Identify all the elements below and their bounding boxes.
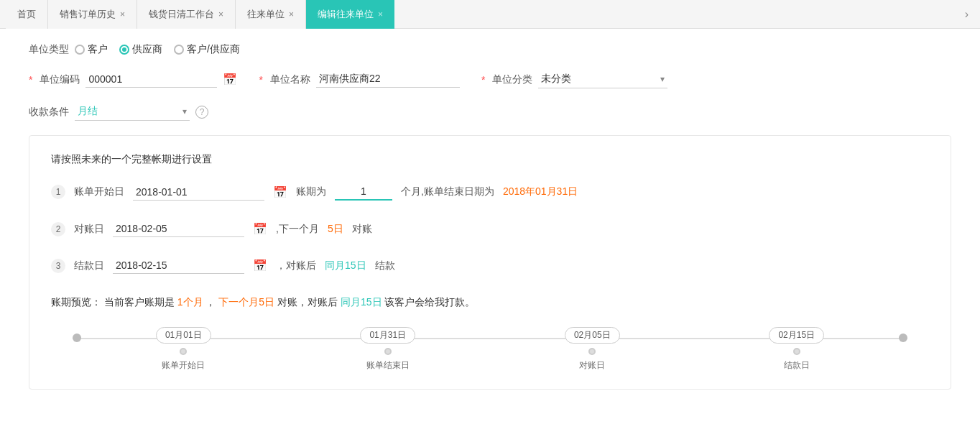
start-date-input[interactable] xyxy=(133,184,264,201)
tl-date-1: 01月01日 xyxy=(156,327,211,344)
row-num-1: 1 xyxy=(51,185,65,199)
tl-label-3: 对账日 xyxy=(579,359,605,372)
radio-supplier-circle xyxy=(119,45,129,55)
tl-start-dot xyxy=(73,334,81,342)
unit-category-value: 未分类 xyxy=(541,73,657,86)
payment-date-cal-icon[interactable]: 📅 xyxy=(253,259,267,272)
unit-code-required: * xyxy=(29,74,32,86)
radio-customer[interactable]: 客户 xyxy=(75,43,108,56)
tl-line-5 xyxy=(824,337,899,339)
radio-supplier[interactable]: 供应商 xyxy=(119,43,162,56)
setting-row-1: 1 账单开始日 📅 账期为 个月,账单结束日期为 2018年01月31日 xyxy=(51,183,929,201)
unit-category-field: * 单位分类 未分类 ▾ xyxy=(481,70,667,88)
tl-end xyxy=(899,327,907,342)
tl-label-4: 结款日 xyxy=(784,359,810,372)
tl-spacer-4 xyxy=(620,327,769,339)
tab-edit-partner-close[interactable]: × xyxy=(378,9,383,19)
payment-date-input[interactable] xyxy=(113,257,244,274)
preview-text: 账期预览： 当前客户账期是 1个月 ， 下一个月5日 对账，对账后 同月15日 … xyxy=(51,294,929,310)
period-prefix-text: 账期为 xyxy=(296,185,326,198)
unit-category-required: * xyxy=(481,74,485,86)
tl-dot-1 xyxy=(180,348,187,355)
tabs-bar: 首页 销售订单历史 × 钱货日清工作台 × 往来单位 × 编辑往来单位 × › xyxy=(0,0,980,29)
tab-cash-work-close[interactable]: × xyxy=(218,9,223,19)
tab-sales-history-close[interactable]: × xyxy=(120,9,125,19)
timeline-wrapper: 01月01日 账单开始日 01月31日 账单结束日 xyxy=(51,327,929,372)
tl-spacer-2 xyxy=(211,327,361,339)
payment-terms-dropdown[interactable]: 月结 ▾ xyxy=(75,103,190,121)
tl-dot-3 xyxy=(588,348,596,355)
reconcile-date-cal-icon[interactable]: 📅 xyxy=(253,222,267,236)
unit-code-label: 单位编码 xyxy=(40,73,80,86)
reconcile-day-highlight: 5日 xyxy=(328,223,343,236)
unit-category-label: 单位分类 xyxy=(492,73,532,86)
payment-terms-field: 收款条件 月结 ▾ ? xyxy=(29,103,208,121)
unit-name-required: * xyxy=(259,74,262,86)
payment-terms-arrow: ▾ xyxy=(182,106,187,116)
unit-category-arrow: ▾ xyxy=(660,74,665,84)
period-input[interactable] xyxy=(335,183,392,201)
unit-code-field: * 单位编码 📅 xyxy=(29,71,237,88)
unit-code-input[interactable] xyxy=(85,71,217,88)
tl-end-dot xyxy=(899,334,907,342)
tl-date-3: 02月05日 xyxy=(565,327,620,344)
payment-terms-row: 收款条件 月结 ▾ ? xyxy=(29,103,951,121)
radio-both[interactable]: 客户/供应商 xyxy=(174,43,240,56)
radio-customer-circle xyxy=(75,45,85,55)
start-date-cal-icon[interactable]: 📅 xyxy=(273,185,287,199)
preview-orange-1: 1个月 xyxy=(177,296,203,308)
unit-code-icon[interactable]: 📅 xyxy=(223,73,237,86)
tl-line-1 xyxy=(81,337,156,339)
timeline-points: 01月01日 账单开始日 01月31日 账单结束日 xyxy=(73,327,907,372)
main-content: 单位类型 客户 供应商 客户/供应商 * 单位编码 xyxy=(0,29,980,437)
unit-type-row: 单位类型 客户 供应商 客户/供应商 xyxy=(29,43,951,56)
tl-line-3 xyxy=(415,337,565,339)
tab-home[interactable]: 首页 xyxy=(6,0,48,29)
payment-terms-value: 月结 xyxy=(78,105,180,118)
reconcile-prefix-text: ,下一个月 xyxy=(276,223,319,236)
reconcile-suffix-text: 对账 xyxy=(352,223,372,236)
tl-label-2: 账单结束日 xyxy=(366,359,410,372)
tl-spacer-3 xyxy=(415,327,565,339)
end-date-highlight: 2018年01月31日 xyxy=(503,185,578,198)
preview-label: 账期预览： xyxy=(51,296,101,308)
row-label-1: 账单开始日 xyxy=(74,185,124,198)
unit-category-dropdown[interactable]: 未分类 ▾ xyxy=(538,70,667,88)
payment-terms-label: 收款条件 xyxy=(29,106,69,119)
unit-name-label: 单位名称 xyxy=(270,73,310,86)
tl-spacer-1 xyxy=(81,327,156,339)
tl-date-4: 02月15日 xyxy=(769,327,824,344)
help-icon[interactable]: ? xyxy=(195,106,208,119)
tl-date-2: 01月31日 xyxy=(360,327,415,344)
tl-point-4: 02月15日 结款日 xyxy=(769,327,824,372)
unit-type-field: 单位类型 客户 供应商 客户/供应商 xyxy=(29,43,240,56)
tab-cash-work-label: 钱货日清工作台 xyxy=(149,8,214,21)
tl-dot-2 xyxy=(384,348,392,355)
tab-partner-unit[interactable]: 往来单位 × xyxy=(236,0,306,29)
payment-prefix-text: ，对账后 xyxy=(276,259,316,272)
tl-label-1: 账单开始日 xyxy=(162,359,205,372)
preview-text-2: ， xyxy=(205,296,216,308)
tab-edit-partner[interactable]: 编辑往来单位 × xyxy=(306,0,394,29)
preview-text-1: 当前客户账期是 xyxy=(104,296,175,308)
preview-teal: 同月15日 xyxy=(341,296,382,308)
preview-orange-2: 下一个月5日 xyxy=(218,296,274,308)
tab-more-button[interactable]: › xyxy=(959,8,974,21)
preview-text-3: 对账，对账后 xyxy=(277,296,338,308)
tab-partner-unit-label: 往来单位 xyxy=(247,8,285,21)
tl-point-3: 02月05日 对账日 xyxy=(565,327,620,372)
unit-info-row: * 单位编码 📅 * 单位名称 * 单位分类 未分类 ▾ xyxy=(29,70,951,88)
tab-cash-work[interactable]: 钱货日清工作台 × xyxy=(137,0,236,29)
unit-type-label: 单位类型 xyxy=(29,43,69,56)
tab-partner-unit-close[interactable]: × xyxy=(289,9,294,19)
unit-type-radio-group: 客户 供应商 客户/供应商 xyxy=(75,43,240,56)
radio-both-label: 客户/供应商 xyxy=(187,43,240,56)
row-num-2: 2 xyxy=(51,222,65,236)
tab-sales-history[interactable]: 销售订单历史 × xyxy=(48,0,137,29)
setting-row-3: 3 结款日 📅 ，对账后 同月15日 结款 xyxy=(51,257,929,274)
unit-name-input[interactable] xyxy=(316,71,460,88)
reconcile-date-input[interactable] xyxy=(113,221,244,237)
settings-section: 请按照未来的一个完整帐期进行设置 1 账单开始日 📅 账期为 个月,账单结束日期… xyxy=(29,135,951,390)
unit-name-field: * 单位名称 xyxy=(259,71,459,88)
tl-point-2: 01月31日 账单结束日 xyxy=(360,327,415,372)
